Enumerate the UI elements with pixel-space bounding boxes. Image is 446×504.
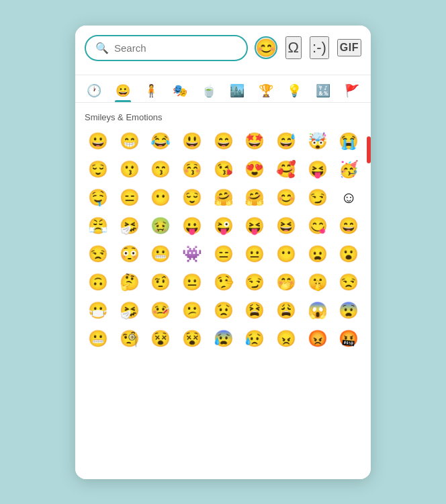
emoji-cell[interactable]: 😝 xyxy=(304,156,331,183)
emoji-cell[interactable]: 😵 xyxy=(179,325,206,352)
emoji-cell[interactable]: 😥 xyxy=(241,325,268,352)
emoji-cell[interactable]: 😅 xyxy=(273,128,300,155)
category-recent[interactable]: 🕐 xyxy=(81,78,108,102)
search-input[interactable] xyxy=(114,42,237,54)
emoji-cell[interactable]: 😩 xyxy=(273,297,300,324)
emoji-cell[interactable]: 😘 xyxy=(210,156,237,183)
emoji-cell[interactable]: 🤥 xyxy=(210,269,237,296)
emoji-cell[interactable]: 🤩 xyxy=(241,128,268,155)
search-icon: 🔍 xyxy=(95,42,109,54)
emoji-cell[interactable]: 😂 xyxy=(147,128,174,155)
emoji-cell[interactable]: 😄 xyxy=(210,128,237,155)
emoji-cell[interactable]: 😋 xyxy=(304,212,331,239)
emoji-cell[interactable]: 🤢 xyxy=(147,212,174,239)
category-symbols[interactable]: 💡 xyxy=(281,78,308,102)
emoji-cell[interactable]: 😐 xyxy=(241,241,268,267)
emoji-cell[interactable]: 😕 xyxy=(179,297,206,324)
emoji-cell[interactable]: 😶 xyxy=(147,184,174,211)
emoji-cell[interactable]: 😒 xyxy=(335,269,362,296)
emoji-cell[interactable]: 😤 xyxy=(85,212,112,239)
smiley-text-button[interactable]: :-) xyxy=(310,36,329,59)
emoji-cell[interactable]: 😫 xyxy=(241,297,268,324)
emoji-cell[interactable]: 😁 xyxy=(116,128,143,155)
emoji-cell[interactable]: 😊 xyxy=(273,184,300,211)
emoji-cell[interactable]: 😆 xyxy=(273,212,300,239)
emoji-cell[interactable]: 😙 xyxy=(147,156,174,183)
emoji-cell[interactable]: 🧐 xyxy=(116,325,143,352)
emoji-cell[interactable]: 🥰 xyxy=(273,156,300,183)
emoji-cell[interactable]: 😬 xyxy=(85,325,112,352)
emoji-cell[interactable]: 😜 xyxy=(210,212,237,239)
emoji-cell[interactable]: 😏 xyxy=(241,269,268,296)
emoji-cell[interactable]: 😐 xyxy=(179,269,206,296)
emoji-cell[interactable]: 🙃 xyxy=(85,269,112,296)
emoji-cell[interactable]: 😭 xyxy=(335,128,362,155)
emoji-cell[interactable]: 🤨 xyxy=(147,269,174,296)
search-box[interactable]: 🔍 xyxy=(85,35,248,61)
emoji-cell[interactable]: 😝 xyxy=(241,212,268,239)
emoji-cell[interactable]: 😦 xyxy=(304,241,331,267)
emoji-cell[interactable]: 😒 xyxy=(85,241,112,267)
emoji-cell[interactable]: 🤯 xyxy=(304,128,331,155)
emoji-cell[interactable]: 🤧 xyxy=(116,297,143,324)
emoji-grid: 😀😁😂😃😄🤩😅🤯😭😌😗😙😚😘😍🥰😝🥳🤤😑😶😌🤗🤗😊😏☺️😤🤧🤢😛😜😝😆😋😄😒😳😬… xyxy=(85,128,365,352)
emoji-cell[interactable]: 😗 xyxy=(116,156,143,183)
emoji-cell[interactable]: 🤬 xyxy=(335,325,362,352)
emoji-cell[interactable]: 😳 xyxy=(116,241,143,267)
picker-header: 🔍 😊 Ω :-) GIF xyxy=(75,26,371,75)
omega-button[interactable]: Ω xyxy=(285,36,302,59)
emoji-cell[interactable]: 🤔 xyxy=(116,269,143,296)
category-smileys[interactable]: 😀 xyxy=(109,78,137,102)
emoji-cell[interactable]: 🤭 xyxy=(273,269,300,296)
emoji-cell[interactable]: 😌 xyxy=(179,184,206,211)
emoji-cell[interactable]: 😱 xyxy=(304,297,331,324)
emoji-cell[interactable]: 🤤 xyxy=(85,184,112,211)
emoji-cell[interactable]: 😵 xyxy=(147,325,174,352)
category-food[interactable]: 🍵 xyxy=(195,78,222,102)
emoji-cell[interactable]: 😬 xyxy=(147,241,174,267)
emoji-cell[interactable]: 🤗 xyxy=(210,184,237,211)
header-icons: 😊 Ω :-) GIF xyxy=(255,36,361,59)
emoji-cell[interactable]: 🥳 xyxy=(335,156,362,183)
emoji-cell[interactable]: 😃 xyxy=(179,128,206,155)
emoji-cell[interactable]: 👾 xyxy=(179,241,206,267)
scroll-indicator[interactable] xyxy=(367,136,371,163)
category-objects[interactable]: 🏆 xyxy=(253,78,280,102)
emoji-cell[interactable]: 😛 xyxy=(179,212,206,239)
category-activities[interactable]: 🎭 xyxy=(167,78,194,102)
emoji-cell[interactable]: 😏 xyxy=(304,184,331,211)
emoji-cell[interactable]: 😍 xyxy=(241,156,268,183)
emoji-cell[interactable]: 😠 xyxy=(273,325,300,352)
emoji-cell[interactable]: 😌 xyxy=(85,156,112,183)
emoji-cell[interactable]: 😰 xyxy=(210,325,237,352)
emoji-cell[interactable]: ☺️ xyxy=(335,184,362,211)
category-people[interactable]: 🧍 xyxy=(138,78,165,102)
emoji-cell[interactable]: 🤗 xyxy=(241,184,268,211)
emoji-cell[interactable]: 😡 xyxy=(304,325,331,352)
category-symbols2[interactable]: 🔣 xyxy=(310,78,337,102)
category-flags[interactable]: 🚩 xyxy=(338,78,365,102)
gif-button[interactable]: GIF xyxy=(337,39,361,56)
emoji-area: Smileys & Emotions 😀😁😂😃😄🤩😅🤯😭😌😗😙😚😘😍🥰😝🥳🤤😑😶… xyxy=(75,103,371,479)
emoji-cell[interactable]: 🤫 xyxy=(304,269,331,296)
emoji-cell[interactable]: 😄 xyxy=(335,212,362,239)
emoji-tab-button[interactable]: 😊 xyxy=(255,36,277,59)
emoji-cell[interactable]: 🤧 xyxy=(116,212,143,239)
search-row: 🔍 😊 Ω :-) GIF xyxy=(85,35,361,61)
emoji-cell[interactable]: 🤒 xyxy=(147,297,174,324)
section-label: Smileys & Emotions xyxy=(85,112,365,122)
emoji-cell[interactable]: 😑 xyxy=(210,241,237,267)
category-travel[interactable]: 🏙️ xyxy=(224,78,251,102)
emoji-cell[interactable]: 😚 xyxy=(179,156,206,183)
category-bar: 🕐😀🧍🎭🍵🏙️🏆💡🔣🚩 xyxy=(75,75,371,103)
emoji-picker: 🔍 😊 Ω :-) GIF 🕐😀🧍🎭🍵🏙️🏆💡🔣🚩 Smileys & Emot… xyxy=(75,26,371,479)
emoji-cell[interactable]: 😨 xyxy=(335,297,362,324)
emoji-cell[interactable]: 😮 xyxy=(335,241,362,267)
emoji-cell[interactable]: 😑 xyxy=(116,184,143,211)
emoji-cell[interactable]: 😟 xyxy=(210,297,237,324)
emoji-cell[interactable]: 😷 xyxy=(85,297,112,324)
emoji-cell[interactable]: 😶 xyxy=(273,241,300,267)
emoji-cell[interactable]: 😀 xyxy=(85,128,112,155)
